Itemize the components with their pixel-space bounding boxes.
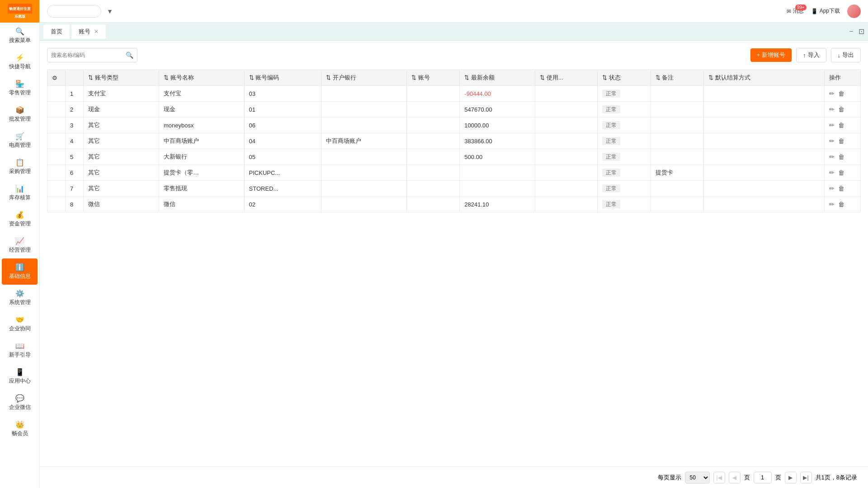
edit-button[interactable]: ✏ <box>829 201 835 208</box>
row-name: 中百商场账户 <box>159 133 244 149</box>
status-badge: 正常 <box>602 200 620 208</box>
col-balance: ⇅ 最新余额 <box>460 70 535 86</box>
message-badge: 99+ <box>795 5 807 10</box>
import-icon: ↑ <box>803 52 806 59</box>
logo-line2: 乐惠版 <box>8 14 32 19</box>
tab-home[interactable]: 首页 <box>43 24 70 39</box>
message-icon: ✉ <box>787 8 791 14</box>
delete-button[interactable]: 🗑 <box>838 169 844 176</box>
tab-close-icon[interactable]: ✕ <box>94 28 99 35</box>
tabbar: 首页 账号 ✕ － ⊡ <box>40 23 868 41</box>
app-download-button[interactable]: 📱 App下载 <box>811 7 840 15</box>
row-account-no <box>406 149 459 165</box>
delete-button[interactable]: 🗑 <box>838 106 844 113</box>
page-prev-button[interactable]: ◀ <box>729 472 741 483</box>
sidebar-item-wholesale-mgmt[interactable]: 📦 批发管理 <box>0 101 39 127</box>
tab-account[interactable]: 账号 ✕ <box>71 24 106 39</box>
pagination: 每页显示 50 100 200 |◀ ◀ 页 页 ▶ ▶| 共1页，8条记录 <box>40 466 868 488</box>
system-mgmt-icon: ⚙️ <box>15 289 24 298</box>
sidebar-item-ecommerce-mgmt[interactable]: 🛒 电商管理 <box>0 127 39 154</box>
sidebar-item-basic-info[interactable]: ℹ️ 基础信息 <box>2 258 38 285</box>
col-default-settlement: ⇅ 默认结算方式 <box>704 70 825 86</box>
row-usage <box>535 102 598 117</box>
col-notes: ⇅ 备注 <box>651 70 703 86</box>
search-icon: 🔍 <box>126 52 133 59</box>
row-actions: ✏ 🗑 <box>825 149 861 165</box>
row-type: 其它 <box>84 165 159 181</box>
delete-button[interactable]: 🗑 <box>838 90 844 97</box>
delete-button[interactable]: 🗑 <box>838 137 844 145</box>
edit-button[interactable]: ✏ <box>829 122 835 129</box>
table-row: 8 微信 微信 02 28241.10 正常 ✏ 🗑 <box>47 197 861 212</box>
edit-button[interactable]: ✏ <box>829 185 835 192</box>
sidebar-item-new-guide[interactable]: 📖 新手引导 <box>0 337 39 363</box>
edit-button[interactable]: ✏ <box>829 90 835 97</box>
logo-line1: 畅捷通好生意 <box>8 4 32 14</box>
row-num: 5 <box>66 149 84 165</box>
table-row: 5 其它 大新银行 05 500.00 正常 ✏ 🗑 <box>47 149 861 165</box>
enterprise-agreement-icon: 🤝 <box>15 315 24 324</box>
delete-button[interactable]: 🗑 <box>838 153 844 160</box>
sidebar-item-search-menu[interactable]: 🔍 搜索菜单 <box>0 23 39 49</box>
col-account-no: ⇅ 账号 <box>406 70 459 86</box>
sidebar-item-vip-member[interactable]: 👑 畅会员 <box>0 416 39 442</box>
edit-button[interactable]: ✏ <box>829 106 835 113</box>
avatar[interactable] <box>847 5 861 18</box>
topnav: ▼ ✉ 消息 99+ 📱 App下载 <box>40 0 868 23</box>
row-account-no <box>406 102 459 117</box>
status-badge: 正常 <box>602 105 620 113</box>
export-icon: ↓ <box>838 52 841 59</box>
row-bank <box>321 165 407 181</box>
sidebar-item-inventory[interactable]: 📊 库存核算 <box>0 180 39 206</box>
topnav-search-input[interactable] <box>47 5 101 18</box>
row-code: 03 <box>244 86 321 102</box>
row-num: 3 <box>66 117 84 133</box>
export-button[interactable]: ↓ 导出 <box>831 48 861 62</box>
page-size-select[interactable]: 50 100 200 <box>685 472 710 483</box>
sidebar-item-operations-mgmt[interactable]: 📈 经营管理 <box>0 232 39 258</box>
toolbar-right: + 新增账号 ↑ 导入 ↓ 导出 <box>750 48 861 62</box>
sidebar-item-retail-mgmt[interactable]: 🏪 零售管理 <box>0 75 39 101</box>
row-gear <box>47 181 66 197</box>
edit-button[interactable]: ✏ <box>829 153 835 160</box>
row-status: 正常 <box>598 197 651 212</box>
status-badge: 正常 <box>602 184 620 192</box>
row-usage <box>535 197 598 212</box>
row-name: 提货卡（零… <box>159 165 244 181</box>
page-input[interactable] <box>754 472 772 483</box>
sidebar-item-quick-nav[interactable]: ⚡ 快捷导航 <box>0 49 39 75</box>
sidebar-item-system-mgmt[interactable]: ⚙️ 系统管理 <box>0 285 39 311</box>
add-account-button[interactable]: + 新增账号 <box>750 48 792 62</box>
row-type: 其它 <box>84 117 159 133</box>
dropdown-button[interactable]: ▼ <box>107 8 113 15</box>
tab-minimize-button[interactable]: － <box>848 27 855 36</box>
sidebar-item-app-center[interactable]: 📱 应用中心 <box>0 363 39 389</box>
sidebar-item-purchase-mgmt[interactable]: 📋 采购管理 <box>0 154 39 180</box>
edit-button[interactable]: ✏ <box>829 169 835 176</box>
row-gear <box>47 117 66 133</box>
row-num: 8 <box>66 197 84 212</box>
app-center-icon: 📱 <box>15 368 24 376</box>
sidebar-item-finance-mgmt[interactable]: 💰 资金管理 <box>0 206 39 232</box>
page-last-button[interactable]: ▶| <box>800 472 812 483</box>
search-input[interactable] <box>51 52 123 58</box>
row-usage <box>535 86 598 102</box>
edit-button[interactable]: ✏ <box>829 137 835 145</box>
sidebar-item-enterprise-wechat[interactable]: 💬 企业微信 <box>0 389 39 416</box>
import-button[interactable]: ↑ 导入 <box>796 48 826 62</box>
row-usage <box>535 149 598 165</box>
row-usage <box>535 165 598 181</box>
row-account-no <box>406 86 459 102</box>
sidebar-item-enterprise-agreement[interactable]: 🤝 企业协同 <box>0 311 39 337</box>
delete-button[interactable]: 🗑 <box>838 201 844 208</box>
row-notes <box>651 133 703 149</box>
row-account-no <box>406 117 459 133</box>
table-row: 7 其它 零售抵现 STORED... 正常 ✏ 🗑 <box>47 181 861 197</box>
page-first-button[interactable]: |◀ <box>713 472 725 483</box>
message-button[interactable]: ✉ 消息 99+ <box>787 7 804 15</box>
page-next-button[interactable]: ▶ <box>785 472 797 483</box>
tab-expand-button[interactable]: ⊡ <box>859 27 864 36</box>
delete-button[interactable]: 🗑 <box>838 185 844 192</box>
row-balance: -90444.00 <box>460 86 535 102</box>
delete-button[interactable]: 🗑 <box>838 122 844 129</box>
